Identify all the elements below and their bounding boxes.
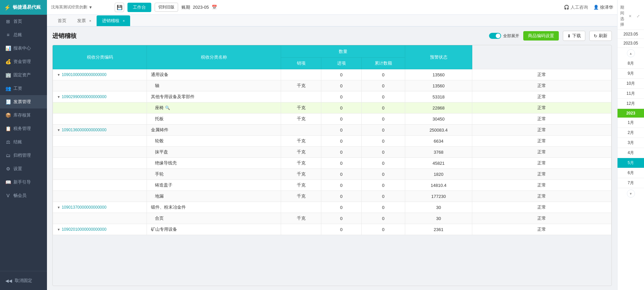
expand-panel-button[interactable]: ⤢ [635, 13, 641, 19]
table-row[interactable]: 座椅 🔍 千克 0 0 22868 正常 [53, 102, 611, 114]
sidebar-item-funds[interactable]: 💰 资金管理 [0, 55, 47, 68]
table-row[interactable]: ▼10901370000000000000 锻件、粉末冶金件 0 0 30 正常 [53, 202, 611, 213]
main-content: 沈海英测试经营勿删 ▼ 💾 工作台 切到旧版 账期 2023-05 📅 🎧 人工… [47, 0, 617, 290]
table-row[interactable]: ▼10902010000000000000 矿山专用设备 0 0 2361 正常 [53, 224, 611, 235]
period-item-mar[interactable]: 3月 [618, 138, 644, 148]
table-row[interactable]: 托板 千克 0 0 30450 正常 [53, 114, 611, 125]
period-selector[interactable]: 账期 2023-05 📅 [181, 4, 217, 10]
workbench-button[interactable]: 工作台 [127, 3, 151, 12]
cell-sales: 0 [321, 102, 362, 114]
cell-total: 6634 [405, 136, 472, 147]
sidebar-item-inventory[interactable]: 📦 库存核算 [0, 108, 47, 122]
tab-invoice-close[interactable]: × [89, 19, 91, 23]
period-item-apr[interactable]: 4月 [618, 148, 644, 158]
cell-code: ▼10902010000000000000 [53, 224, 147, 235]
sidebar-item-salary[interactable]: 👥 工资 [0, 82, 47, 95]
sidebar-item-archive[interactable]: 🗂 归档管理 [0, 149, 47, 162]
table-row[interactable]: 轮毂 千克 0 0 6634 正常 [53, 136, 611, 147]
sidebar-item-home[interactable]: ⊞ 首页 [0, 15, 47, 28]
period-item-nov[interactable]: 11月 [618, 89, 644, 99]
cell-status: 正常 [472, 213, 611, 224]
expand-icon[interactable]: ▼ [57, 206, 60, 209]
cell-unit: 千克 [281, 102, 321, 114]
sidebar-item-reports[interactable]: 📊 报表中心 [0, 42, 47, 55]
funds-icon: 💰 [5, 59, 11, 64]
table-row[interactable]: 合页 千克 0 0 30 正常 [53, 213, 611, 224]
cell-name: 通用设备 [147, 69, 281, 80]
expand-icon[interactable]: ▼ [57, 228, 60, 231]
period-value: 2023-05 [193, 5, 209, 10]
sidebar-item-guide[interactable]: 📖 新手引导 [0, 175, 47, 189]
cell-name: 绝缘导线壳 [147, 158, 281, 169]
tab-invoice[interactable]: 发票 × [72, 15, 97, 26]
cell-purchase: 0 [362, 213, 405, 224]
table-row[interactable]: 抹平盘 千克 0 0 3768 正常 [53, 147, 611, 158]
table-row[interactable]: ▼10902990000000000000 其他专用设备及零部件 0 0 533… [53, 91, 611, 102]
cell-code [53, 180, 147, 191]
company-dropdown-icon[interactable]: ▼ [89, 5, 93, 10]
table-row[interactable]: 铸造盖子 千克 0 0 14810.4 正常 [53, 180, 611, 191]
period-item-jan[interactable]: 1月 [618, 118, 644, 128]
tab-reconciliation-close[interactable]: × [123, 19, 125, 23]
sidebar-item-fixed-assets[interactable]: 🏢 固定资产 [0, 68, 47, 82]
settings-icon: ⚙ [5, 166, 11, 171]
period-item-may[interactable]: 5月 [618, 158, 644, 168]
calendar-icon[interactable]: 📅 [212, 5, 217, 10]
product-code-settings-button[interactable]: 商品编码设置 [523, 31, 559, 41]
search-icon[interactable]: 🔍 [165, 105, 170, 110]
switch-track[interactable] [489, 33, 501, 39]
period-item-sep[interactable]: 9月 [618, 69, 644, 79]
expand-icon[interactable]: ▼ [57, 128, 60, 132]
period-nav-up[interactable]: ▲ [627, 49, 635, 57]
table-row[interactable]: ▼10901360000000000000 金属铸件 0 0 250083.4 … [53, 125, 611, 136]
refresh-button[interactable]: ↻ 刷新 [589, 31, 612, 41]
col-header-sales: 销项 [281, 58, 321, 69]
logo-text: 畅捷通易代账 [13, 4, 41, 10]
cell-status: 正常 [472, 102, 611, 114]
cell-sales: 0 [321, 69, 362, 80]
expand-all-toggle[interactable]: 全部展开 [489, 33, 519, 39]
period-item-feb[interactable]: 2月 [618, 128, 644, 138]
period-year-2023[interactable]: 2023 [618, 109, 644, 118]
tab-home[interactable]: 首页 [52, 15, 72, 26]
period-item-2023-05-a[interactable]: 2023.05 [618, 30, 644, 39]
sidebar-item-invoice[interactable]: 🧾 发票管理 [0, 95, 47, 108]
cell-sales: 0 [321, 158, 362, 169]
cell-name: 锻件、粉末冶金件 [147, 202, 281, 213]
page-title: 进销稽核 [52, 32, 76, 40]
table-row[interactable]: ▼10901000000000000000 通用设备 0 0 13560 正常 [53, 69, 611, 80]
company-selector[interactable]: 沈海英测试经营勿删 ▼ [51, 4, 111, 10]
help-button[interactable]: 🎧 人工咨询 [564, 4, 588, 10]
sidebar-unpin[interactable]: ◀◀ 取消固定 [0, 275, 47, 287]
tab-reconciliation[interactable]: 进销稽核 × [97, 15, 130, 26]
period-nav-down[interactable]: ▼ [627, 190, 635, 198]
sidebar-item-settings[interactable]: ⚙ 设置 [0, 162, 47, 175]
table-row[interactable]: 轴 千克 0 0 13560 正常 [53, 80, 611, 91]
period-item-jul[interactable]: 7月 [618, 178, 644, 188]
user-menu[interactable]: 👤 徐泽华 [593, 4, 613, 10]
sidebar-item-member[interactable]: V 畅会员 [0, 189, 47, 202]
sidebar-item-tax[interactable]: 📋 税务管理 [0, 122, 47, 135]
download-button[interactable]: ⬇ 下载 [563, 31, 585, 41]
save-draft-button[interactable]: 💾 [115, 3, 124, 12]
expand-icon[interactable]: ▼ [57, 95, 60, 99]
sidebar-label-ledger: 总账 [13, 32, 22, 38]
period-item-2023-05-b[interactable]: 2023.05 [618, 39, 644, 48]
table-row[interactable]: 手轮 千克 0 0 1820 正常 [53, 169, 611, 180]
cell-unit [281, 125, 321, 136]
close-panel-button[interactable]: ✕ [627, 13, 633, 19]
col-header-code: 税收分类编码 [53, 46, 147, 69]
sidebar-item-settlement[interactable]: ⚖ 结账 [0, 135, 47, 149]
period-item-oct[interactable]: 10月 [618, 79, 644, 89]
period-item-dec[interactable]: 12月 [618, 99, 644, 109]
table-row[interactable]: 绝缘导线壳 千克 0 0 45821 正常 [53, 158, 611, 169]
cell-unit [281, 91, 321, 102]
cell-total: 14810.4 [405, 180, 472, 191]
switch-version-button[interactable]: 切到旧版 [155, 3, 178, 12]
sidebar-item-ledger[interactable]: ≡ 总账 [0, 28, 47, 42]
panel-header: 期间选择 ✕ ⤢ [618, 3, 644, 30]
period-item-aug[interactable]: 8月 [618, 59, 644, 69]
period-item-jun[interactable]: 6月 [618, 168, 644, 178]
table-row[interactable]: 地漏 千克 0 0 177230 正常 [53, 191, 611, 202]
expand-icon[interactable]: ▼ [57, 73, 60, 77]
